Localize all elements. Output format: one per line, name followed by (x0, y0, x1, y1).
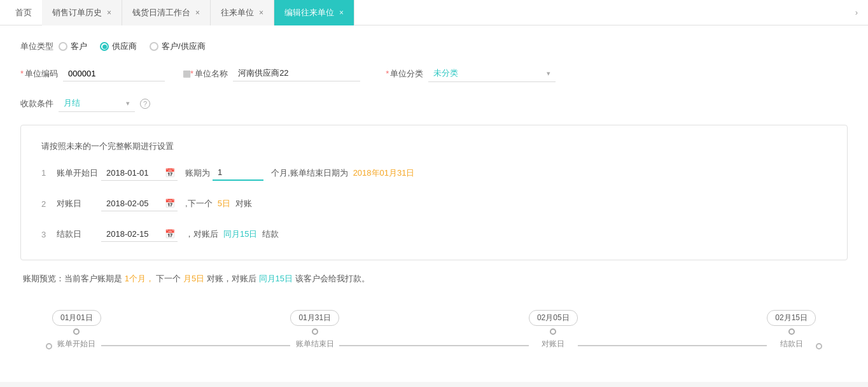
timeline-point-3: 02月05日 对账日 (529, 310, 578, 349)
payment-date-calendar-icon[interactable]: 📅 (162, 229, 178, 239)
unit-category-arrow-icon: ▾ (547, 69, 550, 78)
timeline-dot-4 (788, 328, 795, 335)
radio-supplier-label: 供应商 (112, 41, 137, 52)
preview-prefix: 账期预览：当前客户账期是 (23, 274, 122, 283)
unit-code-group: * 单位编码 ▦ (20, 66, 165, 81)
timeline-dot-1 (73, 328, 80, 335)
timeline-wrap: 01月01日 账单开始日 01月31日 账单结束日 02月05日 (20, 300, 848, 349)
payment-terms-select[interactable]: 月结 ▾ (59, 95, 135, 112)
period-num-1: 1 (41, 168, 57, 178)
tabs-bar: 首页 销售订单历史 × 钱货日清工作台 × 往来单位 × 编辑往来单位 × › (0, 0, 868, 25)
period-desc-prefix-3: ，对账后 (185, 229, 218, 240)
preview-mid2: 对账，对账后 (207, 274, 256, 283)
payment-date-input[interactable] (101, 227, 162, 241)
main-content: 单位类型 客户 供应商 客户/供应商 * 单位编码 ▦ (0, 25, 868, 382)
timeline-segment-1 (101, 345, 291, 346)
timeline-segment-2 (339, 345, 529, 346)
close-partner-units-icon[interactable]: × (259, 8, 263, 17)
tab-edit-partner-unit-label: 编辑往来单位 (284, 7, 334, 18)
reconcile-date-input-wrap: 📅 (101, 196, 178, 211)
timeline-date-1: 01月01日 (52, 310, 101, 326)
period-label-2: 对账日 (57, 198, 101, 209)
unit-type-row: 单位类型 客户 供应商 客户/供应商 (20, 41, 848, 52)
tab-edit-partner-unit[interactable]: 编辑往来单位 × (274, 0, 354, 25)
start-date-input[interactable] (101, 165, 162, 180)
months-input[interactable] (213, 165, 263, 181)
preview-text: 账期预览：当前客户账期是 1个月， 下一个 月5日 对账，对账后 同月15日 该… (20, 273, 848, 285)
payment-terms-row: 收款条件 月结 ▾ ? (20, 95, 848, 112)
timeline-end-dot (816, 343, 822, 349)
tabs-more-arrow[interactable]: › (850, 8, 863, 17)
unit-category-label: 单位分类 (390, 68, 423, 80)
payment-highlight: 同月15日 (223, 229, 257, 240)
radio-customer-supplier[interactable]: 客户/供应商 (150, 41, 206, 52)
radio-customer-label: 客户 (71, 41, 87, 52)
payment-terms-value: 月结 (64, 97, 126, 109)
unit-info-row: * 单位编码 ▦ * 单位名称 * 单位分类 未分类 ▾ (20, 65, 848, 82)
unit-name-input[interactable] (233, 66, 360, 81)
radio-customer[interactable]: 客户 (59, 41, 87, 52)
timeline-date-4: 02月15日 (767, 310, 816, 326)
radio-supplier[interactable]: 供应商 (100, 41, 137, 52)
period-desc-prefix-1: 账期为 (185, 167, 210, 179)
timeline-name-1: 账单开始日 (57, 339, 95, 349)
unit-code-label: 单位编码 (25, 68, 58, 80)
period-desc-suffix-3: 结款 (262, 229, 279, 240)
payment-terms-help-icon[interactable]: ? (140, 99, 150, 109)
timeline-date-2: 01月31日 (290, 310, 339, 326)
radio-customer-circle (59, 42, 67, 51)
reconcile-date-calendar-icon[interactable]: 📅 (162, 199, 178, 208)
period-row-3: 3 结款日 📅 ，对账后 同月15日 结款 (41, 227, 827, 242)
timeline-point-1: 01月01日 账单开始日 (52, 310, 101, 349)
unit-category-star: * (386, 69, 389, 78)
tab-partner-units[interactable]: 往来单位 × (211, 0, 274, 25)
period-desc-suffix-1: 个月,账单结束日期为 (271, 167, 348, 179)
period-label-1: 账单开始日 (57, 167, 101, 179)
timeline-name-2: 账单结束日 (296, 339, 334, 349)
unit-name-star: * (190, 69, 193, 78)
unit-code-star: * (20, 69, 24, 78)
unit-code-input[interactable] (63, 66, 180, 81)
period-title: 请按照未来的一个完整帐期进行设置 (41, 141, 827, 152)
radio-supplier-circle (100, 42, 109, 51)
close-cash-clearing-icon[interactable]: × (195, 8, 200, 17)
unit-type-radio-group: 客户 供应商 客户/供应商 (59, 41, 206, 52)
payment-date-input-wrap: 📅 (101, 227, 178, 242)
unit-name-label: 单位名称 (195, 68, 228, 80)
tab-sales-order-history-label: 销售订单历史 (52, 7, 102, 18)
close-sales-order-history-icon[interactable]: × (107, 8, 111, 17)
close-edit-partner-unit-icon[interactable]: × (339, 8, 344, 17)
timeline-start-dot (46, 343, 52, 349)
payment-terms-arrow-icon: ▾ (126, 99, 130, 108)
radio-customer-supplier-label: 客户/供应商 (162, 41, 206, 52)
preview-mid1: 下一个 (156, 274, 181, 283)
reconcile-date-input[interactable] (101, 196, 162, 211)
period-settings-box: 请按照未来的一个完整帐期进行设置 1 账单开始日 📅 账期为 个月,账单结束日期… (20, 125, 848, 260)
start-date-calendar-icon[interactable]: 📅 (162, 168, 178, 178)
timeline-name-3: 对账日 (542, 339, 564, 349)
period-desc-suffix-2: 对账 (235, 198, 252, 209)
tab-cash-clearing-label: 钱货日清工作台 (132, 7, 190, 18)
period-num-2: 2 (41, 199, 57, 209)
period-row-1: 1 账单开始日 📅 账期为 个月,账单结束日期为 2018年01月31日 (41, 165, 827, 181)
period-end-date-highlight: 2018年01月31日 (353, 167, 415, 179)
preview-highlight3: 同月15日 (259, 274, 293, 283)
tab-cash-clearing[interactable]: 钱货日清工作台 × (122, 0, 211, 25)
tab-home[interactable]: 首页 (5, 0, 42, 25)
timeline-date-3: 02月05日 (529, 310, 578, 326)
unit-category-group: * 单位分类 未分类 ▾ (386, 65, 556, 82)
tab-partner-units-label: 往来单位 (221, 7, 254, 18)
timeline-dot-2 (312, 328, 318, 335)
timeline-point-2: 01月31日 账单结束日 (290, 310, 339, 349)
payment-terms-label: 收款条件 (20, 98, 53, 109)
timeline-segment-3 (578, 345, 767, 346)
preview-suffix: 该客户会给我打款。 (295, 274, 370, 283)
period-row-2: 2 对账日 📅 ,下一个 5日 对账 (41, 196, 827, 211)
period-desc-prefix-2: ,下一个 (185, 198, 213, 209)
unit-type-label: 单位类型 (20, 41, 53, 52)
unit-category-select[interactable]: 未分类 ▾ (428, 65, 556, 82)
unit-category-value: 未分类 (433, 67, 547, 79)
timeline-dot-3 (550, 328, 556, 335)
tab-sales-order-history[interactable]: 销售订单历史 × (42, 0, 122, 25)
period-num-3: 3 (41, 230, 57, 239)
